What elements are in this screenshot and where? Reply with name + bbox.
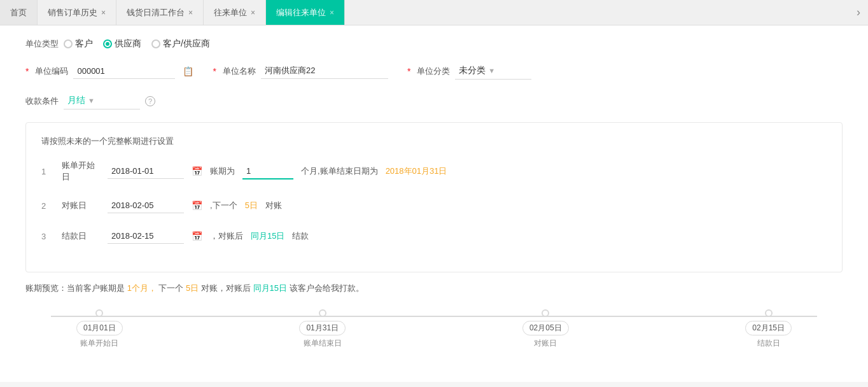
row-2-desc-highlight: 5日 <box>245 200 258 211</box>
radio-supplier-circle <box>103 39 112 48</box>
tab-cash-flow[interactable]: 钱货日清工作台 × <box>116 0 204 25</box>
section-title: 请按照未来的一个完整帐期进行设置 <box>41 136 827 147</box>
unit-type-label: 单位类型 <box>25 38 59 50</box>
timeline-point-2: 01月31日 账单结束日 <box>299 309 346 349</box>
timeline-dot-4 <box>765 309 773 317</box>
tab-edit-unit-label: 编辑往来单位 <box>276 7 326 18</box>
row-1-label: 账单开始日 <box>62 160 100 183</box>
timeline-dot-3 <box>542 309 549 317</box>
unit-name-star: * <box>213 66 216 76</box>
timeline-label-1: 账单开始日 <box>80 338 118 349</box>
payment-arrow: ▼ <box>88 97 95 104</box>
unit-code-icon[interactable]: 📋 <box>183 66 193 76</box>
tab-cash-flow-close[interactable]: × <box>188 8 193 17</box>
timeline-badge-1: 01月01日 <box>76 321 123 335</box>
unit-category-label: 单位分类 <box>417 66 450 77</box>
row-2-num: 2 <box>41 201 54 211</box>
timeline-container: 01月01日 账单开始日 01月31日 账单结束日 02月05日 对账日 02月… <box>25 309 843 349</box>
timeline-point-1: 01月01日 账单开始日 <box>76 309 123 349</box>
row-2-label: 对账日 <box>62 200 100 211</box>
row-3-date-input[interactable] <box>108 229 184 244</box>
tab-units-label: 往来单位 <box>214 7 247 18</box>
timeline-point-4: 02月15日 结款日 <box>745 309 792 349</box>
timeline-spacer-3 <box>569 316 746 317</box>
help-icon[interactable]: ? <box>145 96 155 106</box>
unit-type-row: 单位类型 客户 供应商 客户/供应商 <box>25 38 843 50</box>
preview-text3: 对账，对账后 <box>201 283 251 293</box>
tab-home-label: 首页 <box>10 7 27 18</box>
unit-name-input[interactable] <box>261 64 388 79</box>
tab-expand-btn[interactable]: › <box>849 6 868 19</box>
tab-edit-unit-close[interactable]: × <box>330 8 334 17</box>
row-1-calendar-icon[interactable]: 📅 <box>192 166 202 176</box>
data-row-1: 1 账单开始日 📅 账期为 个月,账单结束日期为 2018年01月31日 <box>41 160 827 183</box>
row-3-label: 结款日 <box>62 230 100 242</box>
timeline-label-4: 结款日 <box>757 338 780 349</box>
unit-name-group: * 单位名称 <box>213 64 388 79</box>
unit-code-input[interactable] <box>73 64 175 79</box>
preview-highlight2: 5日 <box>186 283 199 293</box>
preview-highlight1: 1个月， <box>127 283 157 293</box>
timeline-spacer-2 <box>346 316 522 317</box>
timeline-label-2: 账单结束日 <box>304 338 342 349</box>
radio-customer-circle <box>64 39 73 48</box>
radio-supplier-label: 供应商 <box>115 38 141 50</box>
row-2-calendar-icon[interactable]: 📅 <box>192 201 202 211</box>
radio-both-label: 客户/供应商 <box>163 38 210 50</box>
tab-edit-unit[interactable]: 编辑往来单位 × <box>266 0 345 25</box>
radio-customer-label: 客户 <box>75 38 93 50</box>
payment-label: 收款条件 <box>25 95 59 107</box>
timeline-dot-1 <box>95 309 103 317</box>
row-3-desc-suffix: 结款 <box>292 230 309 242</box>
payment-group: 收款条件 月结 ▼ ? <box>25 92 155 109</box>
row-3-desc-prefix: ，对账后 <box>210 230 243 242</box>
row-1-num: 1 <box>41 167 54 176</box>
data-row-3: 3 结款日 📅 ，对账后 同月15日 结款 <box>41 229 827 244</box>
radio-customer[interactable]: 客户 <box>64 38 93 50</box>
radio-supplier[interactable]: 供应商 <box>103 38 141 50</box>
row-1-period-highlight: 2018年01月31日 <box>386 165 447 177</box>
unit-category-star: * <box>407 66 410 76</box>
row-3-num: 3 <box>41 232 54 241</box>
main-content: 单位类型 客户 供应商 客户/供应商 * 单位编码 <box>0 25 868 382</box>
radio-group: 客户 供应商 客户/供应商 <box>64 38 210 50</box>
unit-category-arrow: ▼ <box>488 67 495 74</box>
row-2-desc-prefix: ,下一个 <box>210 200 237 211</box>
preview-text2: 下一个 <box>158 283 183 293</box>
radio-both[interactable]: 客户/供应商 <box>151 38 210 50</box>
row-1-period-unit: 个月,账单结束日期为 <box>301 165 378 177</box>
payment-value: 月结 <box>67 95 85 106</box>
unit-code-group: * 单位编码 📋 <box>25 64 193 79</box>
row-2-date-input[interactable] <box>108 198 184 213</box>
unit-code-label: 单位编码 <box>35 66 68 77</box>
tab-sales-history-close[interactable]: × <box>101 8 106 17</box>
unit-code-star: * <box>25 66 29 76</box>
unit-category-group: * 单位分类 未分类 ▼ <box>407 62 531 80</box>
payment-select[interactable]: 月结 ▼ <box>64 92 140 109</box>
tab-sales-history[interactable]: 销售订单历史 × <box>38 0 116 25</box>
timeline: 01月01日 账单开始日 01月31日 账单结束日 02月05日 对账日 02月… <box>51 309 817 349</box>
tab-home[interactable]: 首页 <box>0 0 38 25</box>
payment-row: 收款条件 月结 ▼ ? <box>25 92 843 109</box>
row-3-calendar-icon[interactable]: 📅 <box>192 231 202 241</box>
row-3-desc-highlight: 同月15日 <box>251 230 284 242</box>
preview-section: 账期预览：当前客户账期是 1个月， 下一个 5日 对账，对账后 同月15日 该客… <box>25 283 843 294</box>
row-2-desc-suffix: 对账 <box>265 200 282 211</box>
row-1-period-input[interactable] <box>242 164 293 179</box>
radio-both-circle <box>151 39 160 48</box>
timeline-badge-2: 01月31日 <box>299 321 346 335</box>
timeline-badge-3: 02月05日 <box>522 321 569 335</box>
timeline-point-3: 02月05日 对账日 <box>522 309 569 349</box>
tab-units-close[interactable]: × <box>251 8 255 17</box>
tab-units[interactable]: 往来单位 × <box>204 0 266 25</box>
unit-category-select[interactable]: 未分类 ▼ <box>455 62 531 80</box>
unit-type-group: 单位类型 客户 供应商 客户/供应商 <box>25 38 210 50</box>
row-1-period-label: 账期为 <box>210 165 235 177</box>
preview-text4: 该客户会给我打款。 <box>290 283 364 293</box>
tab-bar: 首页 销售订单历史 × 钱货日清工作台 × 往来单位 × 编辑往来单位 × › <box>0 0 868 25</box>
timeline-spacer-1 <box>123 316 300 317</box>
unit-category-value: 未分类 <box>459 65 486 76</box>
row-1-date-input[interactable] <box>108 164 184 179</box>
preview-highlight3: 同月15日 <box>253 283 287 293</box>
tab-sales-history-label: 销售订单历史 <box>48 7 97 18</box>
